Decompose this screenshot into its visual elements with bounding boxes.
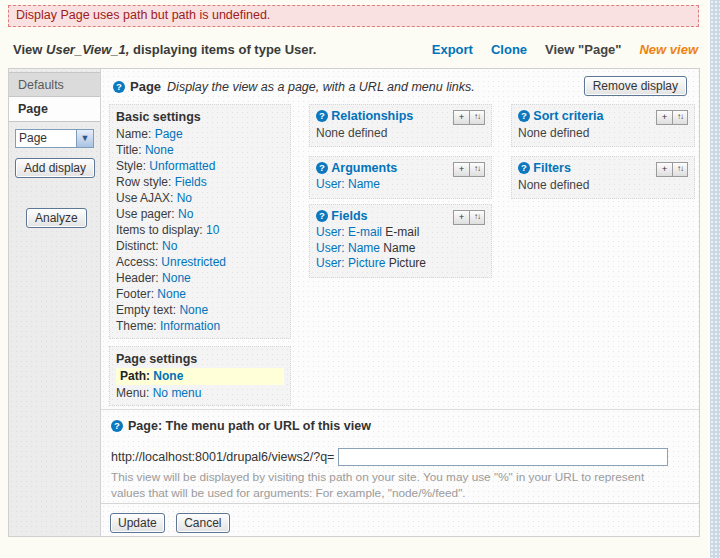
new-view-link[interactable]: New view [639,42,698,57]
setting-value-link[interactable]: Page [155,127,183,141]
setting-row-empty-text: Empty text: None [116,302,284,318]
relationships-title-link[interactable]: Relationships [331,109,413,123]
setting-value-link[interactable]: 10 [206,223,219,237]
setting-row-name: Name: Page [116,126,284,142]
basic-settings-heading: Basic settings [116,109,284,126]
setting-value-link[interactable]: None [145,143,174,157]
chevron-down-icon: ▼ [76,130,93,147]
filters-bucket: ? Filters +↑↓ None defined [511,156,695,199]
setting-value-link[interactable]: Unformatted [149,159,215,173]
analyze-button[interactable]: Analyze [26,208,87,228]
page-settings-box: Page settings Path: None Menu: No menu [109,346,291,406]
arguments-bucket: ? Arguments +↑↓ User: Name [309,156,492,199]
view-name: User_View_1, [46,42,129,57]
argument-item: User: Name [316,177,485,193]
setting-value-link[interactable]: None [179,303,208,317]
filters-title-link[interactable]: Filters [533,161,571,175]
theme-background-strip [710,0,720,558]
form-actions: Update Cancel [101,503,699,536]
page-title: View User_View_1, displaying items of ty… [13,42,317,57]
display-header: ?PageDisplay the view as a page, with a … [113,79,693,94]
field-item: User: Name Name [316,241,485,257]
setting-value-link[interactable]: Fields [175,175,207,189]
view-action-links: Export Clone View "Page" New view [432,42,698,57]
view-page-link[interactable]: View "Page" [545,42,621,57]
display-type-select[interactable]: Page ▼ [15,129,94,148]
setting-row-access: Access: Unrestricted [116,254,284,270]
error-message-text: Display Page uses path but path is undef… [16,8,270,22]
sort-criteria-empty-text: None defined [518,125,688,141]
setting-row-menu: Menu: No menu [116,385,284,401]
relationships-empty-text: None defined [316,125,485,141]
sort-criteria-bucket: ? Sort criteria +↑↓ None defined [511,104,695,147]
form-separator [101,409,699,410]
setting-row-row-style: Row style: Fields [116,174,284,190]
fields-bucket: ? Fields +↑↓ User: E-mail E-mail User: N… [309,204,492,278]
setting-value-link[interactable]: Information [160,319,220,333]
add-display-button[interactable]: Add display [15,158,95,178]
cancel-button[interactable]: Cancel [176,513,229,533]
help-icon[interactable]: ? [113,81,125,93]
page-settings-heading: Page settings [116,351,284,368]
field-item: User: E-mail E-mail [316,225,485,241]
help-icon[interactable]: ? [111,420,123,432]
update-button[interactable]: Update [110,513,165,533]
setting-row-header: Header: None [116,270,284,286]
field-item: User: Picture Picture [316,256,485,272]
menu-value-link[interactable]: No menu [153,386,202,400]
setting-row-items: Items to display: 10 [116,222,284,238]
rearrange-icon[interactable]: ↑↓ [469,111,484,124]
help-icon[interactable]: ? [518,110,530,122]
setting-value-link[interactable]: None [162,271,191,285]
display-title: Page [130,79,161,94]
view-title-row: View User_View_1, displaying items of ty… [13,42,698,57]
add-icon[interactable]: + [454,211,469,224]
setting-row-use-ajax: Use AJAX: No [116,190,284,206]
views-edit-container: Defaults Page Page ▼ Add display Analyze… [8,68,700,537]
rearrange-icon[interactable]: ↑↓ [469,163,484,176]
setting-row-theme: Theme: Information [116,318,284,334]
setting-row-footer: Footer: None [116,286,284,302]
clone-link[interactable]: Clone [491,42,527,57]
error-message: Display Page uses path but path is undef… [8,5,699,27]
rearrange-icon[interactable]: ↑↓ [672,163,687,176]
display-settings-panel: ?PageDisplay the view as a page, with a … [101,69,699,536]
add-icon[interactable]: + [454,163,469,176]
path-input[interactable] [338,448,668,466]
tab-defaults[interactable]: Defaults [9,72,100,97]
setting-value-link[interactable]: Unrestricted [161,255,226,269]
filters-empty-text: None defined [518,177,688,193]
help-icon[interactable]: ? [316,162,328,174]
help-icon[interactable]: ? [518,162,530,174]
path-url-row: http://localhost:8001/drupal6/views2/?q= [111,448,668,466]
path-description: This view will be displayed by visiting … [111,470,671,501]
help-icon[interactable]: ? [316,110,328,122]
setting-row-title: Title: None [116,142,284,158]
tab-page[interactable]: Page [9,97,100,122]
setting-row-use-pager: Use pager: No [116,206,284,222]
setting-row-distinct: Distinct: No [116,238,284,254]
path-value-link[interactable]: None [153,369,183,383]
basic-settings-box: Basic settings Name: Page Title: None St… [109,104,291,339]
add-icon[interactable]: + [454,111,469,124]
setting-value-link[interactable]: No [162,239,177,253]
setting-value-link[interactable]: No [178,207,193,221]
add-icon[interactable]: + [657,111,672,124]
arguments-title-link[interactable]: Arguments [331,161,397,175]
setting-row-style: Style: Unformatted [116,158,284,174]
setting-row-path: Path: None [116,368,284,385]
remove-display-button[interactable]: Remove display [584,76,687,96]
export-link[interactable]: Export [432,42,473,57]
setting-value-link[interactable]: None [157,287,186,301]
rearrange-icon[interactable]: ↑↓ [672,111,687,124]
url-prefix-text: http://localhost:8001/drupal6/views2/?q= [111,450,334,464]
help-icon[interactable]: ? [316,210,328,222]
display-tabs-sidebar: Defaults Page Page ▼ Add display Analyze [9,69,101,536]
sort-criteria-title-link[interactable]: Sort criteria [533,109,603,123]
display-type-select-value: Page [16,130,76,147]
add-icon[interactable]: + [657,163,672,176]
display-description: Display the view as a page, with a URL a… [167,80,475,94]
fields-title-link[interactable]: Fields [331,209,367,223]
setting-value-link[interactable]: No [177,191,192,205]
rearrange-icon[interactable]: ↑↓ [469,211,484,224]
